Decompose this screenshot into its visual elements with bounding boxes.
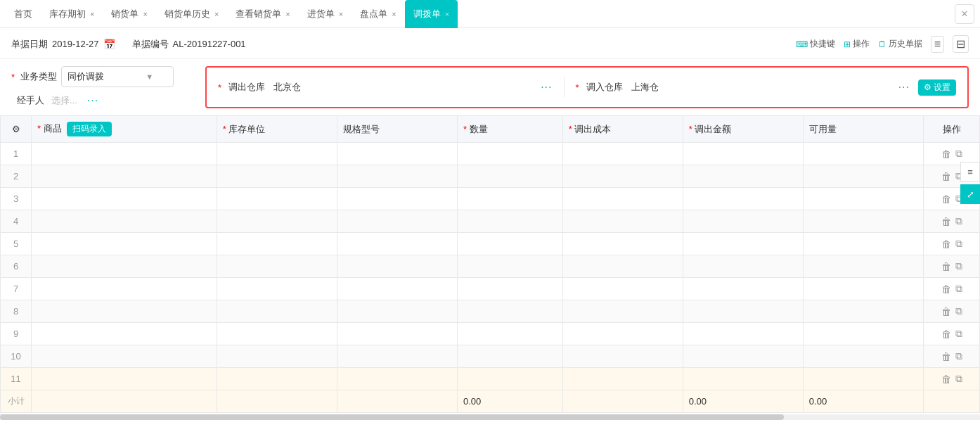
row-cost[interactable] bbox=[562, 255, 683, 278]
row-delete-icon[interactable]: 🗑 bbox=[941, 148, 951, 160]
layout1-icon[interactable]: ≡ bbox=[931, 36, 944, 53]
calendar-icon[interactable]: 📅 bbox=[103, 39, 115, 50]
row-amount[interactable] bbox=[683, 323, 803, 345]
row-spec[interactable] bbox=[337, 278, 457, 300]
person-select[interactable]: 选择... bbox=[51, 94, 77, 107]
row-qty[interactable] bbox=[457, 255, 562, 278]
row-product[interactable] bbox=[32, 188, 217, 210]
bottom-scrollbar[interactable] bbox=[0, 414, 980, 420]
row-cost[interactable] bbox=[562, 278, 683, 300]
row-qty[interactable] bbox=[457, 345, 562, 368]
row-amount[interactable] bbox=[683, 188, 803, 210]
row-delete-icon[interactable]: 🗑 bbox=[941, 329, 951, 340]
row-cost[interactable] bbox=[562, 188, 683, 210]
row-qty[interactable] bbox=[457, 278, 562, 300]
business-type-select[interactable]: 同价调拨 ▼ bbox=[61, 66, 174, 87]
row-spec[interactable] bbox=[337, 210, 457, 233]
row-qty[interactable] bbox=[457, 210, 562, 233]
row-unit[interactable] bbox=[217, 210, 337, 233]
ops-button[interactable]: ⊞ 操作 bbox=[844, 38, 870, 50]
row-amount[interactable] bbox=[683, 233, 803, 255]
tab-close-purchase[interactable]: × bbox=[339, 10, 343, 18]
right-expand-button[interactable]: ⤢ bbox=[960, 184, 980, 204]
row-amount[interactable] bbox=[683, 210, 803, 233]
row-spec[interactable] bbox=[337, 300, 457, 323]
row-delete-icon[interactable]: 🗑 bbox=[941, 216, 951, 227]
row-spec[interactable] bbox=[337, 188, 457, 210]
row-unit[interactable] bbox=[217, 188, 337, 210]
right-list-button[interactable]: ≡ bbox=[960, 162, 980, 181]
row-cost[interactable] bbox=[562, 323, 683, 345]
row-product[interactable] bbox=[32, 165, 217, 188]
layout2-icon[interactable]: ⊟ bbox=[953, 35, 969, 53]
tab-view-sales[interactable]: 查看销货单 × bbox=[227, 0, 298, 28]
scan-button[interactable]: 扫码录入 bbox=[67, 122, 112, 136]
row-copy-icon[interactable]: ⧉ bbox=[955, 260, 962, 272]
row-unit[interactable] bbox=[217, 300, 337, 323]
tab-close-sales-history[interactable]: × bbox=[214, 10, 219, 18]
row-amount[interactable] bbox=[683, 165, 803, 188]
row-spec[interactable] bbox=[337, 143, 457, 165]
row-unit[interactable] bbox=[217, 165, 337, 188]
row-amount[interactable] bbox=[683, 255, 803, 278]
row-amount[interactable] bbox=[683, 278, 803, 300]
row-product[interactable] bbox=[32, 345, 217, 368]
row-product[interactable] bbox=[32, 323, 217, 345]
out-warehouse-more-icon[interactable]: ··· bbox=[541, 81, 552, 94]
row-product[interactable] bbox=[32, 255, 217, 278]
row-amount[interactable] bbox=[683, 143, 803, 165]
row-delete-icon[interactable]: 🗑 bbox=[941, 238, 951, 250]
row-qty[interactable] bbox=[457, 233, 562, 255]
row-qty[interactable] bbox=[457, 165, 562, 188]
row-delete-icon[interactable]: 🗑 bbox=[941, 306, 951, 317]
tab-close-transfer[interactable]: × bbox=[445, 10, 449, 18]
row-spec[interactable] bbox=[337, 255, 457, 278]
row-cost[interactable] bbox=[562, 210, 683, 233]
row-product[interactable] bbox=[32, 210, 217, 233]
tab-inventory-check[interactable]: 盘点单 × bbox=[352, 0, 404, 28]
row-spec[interactable] bbox=[337, 233, 457, 255]
tab-transfer[interactable]: 调拨单 × bbox=[405, 0, 458, 28]
table-gear-icon[interactable]: ⚙ bbox=[12, 124, 20, 134]
tab-close-inventory-init[interactable]: × bbox=[90, 10, 94, 18]
tab-purchase[interactable]: 进货单 × bbox=[299, 0, 352, 28]
row-product[interactable] bbox=[32, 143, 217, 165]
row-delete-icon[interactable]: 🗑 bbox=[941, 193, 951, 205]
row-copy-icon[interactable]: ⧉ bbox=[955, 328, 962, 340]
settings-button[interactable]: ⚙ 设置 bbox=[918, 79, 956, 96]
row-unit[interactable] bbox=[217, 233, 337, 255]
row-copy-icon[interactable]: ⧉ bbox=[955, 148, 962, 160]
row-copy-icon[interactable]: ⧉ bbox=[955, 350, 962, 362]
shortcut-button[interactable]: ⌨ 快捷键 bbox=[796, 38, 835, 50]
row-qty[interactable] bbox=[457, 188, 562, 210]
row-spec[interactable] bbox=[337, 165, 457, 188]
row-qty[interactable] bbox=[457, 300, 562, 323]
row-unit[interactable] bbox=[217, 323, 337, 345]
row-spec[interactable] bbox=[337, 345, 457, 368]
row-product[interactable] bbox=[32, 300, 217, 323]
row-copy-icon[interactable]: ⧉ bbox=[955, 305, 962, 317]
row-copy-icon[interactable]: ⧉ bbox=[955, 238, 962, 250]
tab-close-sales-order[interactable]: × bbox=[143, 10, 147, 18]
row-unit[interactable] bbox=[217, 143, 337, 165]
row-cost[interactable] bbox=[562, 345, 683, 368]
row-cost[interactable] bbox=[562, 300, 683, 323]
tab-sales-history[interactable]: 销货单历史 × bbox=[156, 0, 227, 28]
tab-inventory-init[interactable]: 库存期初 × bbox=[41, 0, 103, 28]
row-delete-icon[interactable]: 🗑 bbox=[941, 374, 951, 385]
tab-sales-order[interactable]: 销货单 × bbox=[103, 0, 155, 28]
row-product[interactable] bbox=[32, 233, 217, 255]
row-cost[interactable] bbox=[562, 165, 683, 188]
in-warehouse-more-icon[interactable]: ··· bbox=[898, 81, 910, 94]
row-qty[interactable] bbox=[457, 143, 562, 165]
row-cost[interactable] bbox=[562, 233, 683, 255]
tab-close-inventory-check[interactable]: × bbox=[392, 10, 396, 18]
history-button[interactable]: 🗒 历史单据 bbox=[878, 38, 922, 50]
tab-home[interactable]: 首页 bbox=[6, 0, 41, 28]
row-qty[interactable] bbox=[457, 323, 562, 345]
row-unit[interactable] bbox=[217, 278, 337, 300]
tab-close-view-sales[interactable]: × bbox=[285, 10, 290, 18]
row-copy-icon[interactable]: ⧉ bbox=[955, 283, 962, 295]
row-product[interactable] bbox=[32, 278, 217, 300]
person-more-icon[interactable]: ··· bbox=[87, 94, 98, 107]
